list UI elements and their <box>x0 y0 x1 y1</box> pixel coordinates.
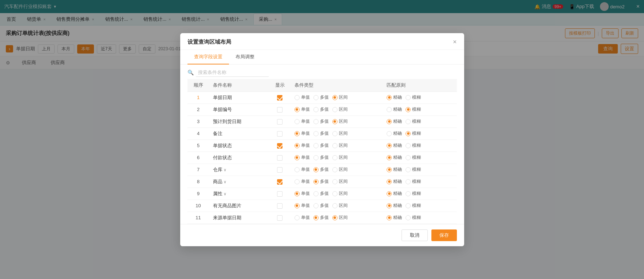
dialog-title: 设置查询区域布局 <box>187 39 231 46</box>
dialog-search-area: 🔍 <box>180 64 464 70</box>
search-input[interactable] <box>196 68 269 70</box>
dialog-header: 设置查询区域布局 × <box>180 33 464 50</box>
tab-layout-adjust-label: 布局调整 <box>236 54 254 59</box>
tab-field-settings-label: 查询字段设置 <box>194 54 222 59</box>
modal-overlay: 设置查询区域布局 × 查询字段设置 布局调整 🔍 顺序 条件名称 <box>0 0 644 69</box>
dialog-close-button[interactable]: × <box>453 38 457 46</box>
settings-dialog: 设置查询区域布局 × 查询字段设置 布局调整 🔍 顺序 条件名称 <box>180 33 464 70</box>
tab-field-settings[interactable]: 查询字段设置 <box>187 50 229 64</box>
dialog-tabs: 查询字段设置 布局调整 <box>180 50 464 64</box>
tab-layout-adjust[interactable]: 布局调整 <box>229 50 261 64</box>
